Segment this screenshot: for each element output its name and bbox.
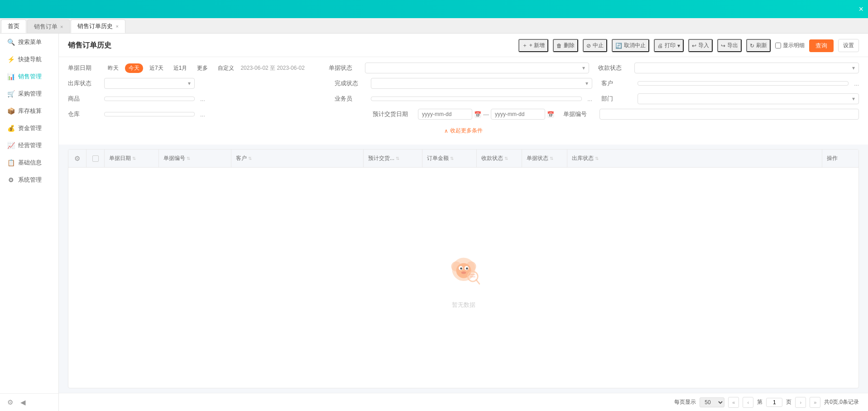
department-content: ▾ [638, 93, 859, 104]
select-all-checkbox[interactable] [92, 155, 99, 162]
th-amount-sort-icon: ⇅ [450, 156, 454, 161]
sidebar-item-basic-info[interactable]: 📋 基础信息 [0, 154, 58, 171]
delivery-date-to-input[interactable] [491, 109, 545, 120]
sidebar-item-sales-label: 销售管理 [18, 73, 42, 81]
th-order-status[interactable]: 单据状态 ⇅ [522, 150, 567, 167]
salesperson-dots[interactable]: ... [587, 96, 592, 102]
page-label-suffix: 页 [786, 398, 791, 406]
customer-label: 客户 [601, 79, 638, 87]
system-icon: ⚙ [7, 176, 14, 184]
th-order-status-label: 单据状态 [527, 155, 548, 162]
sidebar-item-search[interactable]: 🔍 搜索菜单 [0, 34, 58, 51]
th-settings[interactable]: ⚙ [68, 150, 86, 167]
sidebar-item-finance[interactable]: 💰 资金管理 [0, 120, 58, 137]
sidebar-item-purchase[interactable]: 🛒 采购管理 [0, 85, 58, 102]
th-amount[interactable]: 订单金额 ⇅ [422, 150, 477, 167]
tab-sales-history-close[interactable]: × [115, 24, 118, 29]
next-page-button[interactable]: › [795, 397, 806, 408]
customer-dots[interactable]: ... [854, 80, 859, 87]
department-arrow: ▾ [852, 96, 855, 102]
delivery-date-from-input[interactable] [418, 109, 472, 120]
add-button[interactable]: ＋ + 新增 [518, 39, 548, 52]
export-icon: ↪ [721, 43, 725, 49]
customer-input[interactable] [638, 81, 849, 86]
page-header: 销售订单历史 ＋ + 新增 🗑 删除 ⊘ 中止 🔄 [59, 34, 868, 57]
tab-sales-order[interactable]: 销售订单 × [27, 19, 70, 33]
th-delivery-label: 预计交货... [368, 155, 394, 162]
th-number[interactable]: 单据编号 ⇅ [159, 150, 231, 167]
current-page-input[interactable] [766, 398, 782, 407]
date-custom-btn[interactable]: 自定义 [214, 63, 238, 73]
warehouse-input[interactable] [104, 112, 195, 116]
th-customer[interactable]: 客户 ⇅ [231, 150, 364, 167]
stop-button[interactable]: ⊘ 中止 [583, 39, 607, 52]
per-page-select[interactable]: 10 20 50 100 [700, 397, 724, 407]
sidebar: 🔍 搜索菜单 ⚡ 快捷导航 📊 销售管理 🛒 采购管理 📦 库存核算 💰 资金管… [0, 34, 59, 411]
import-button[interactable]: ↩ 导入 [688, 39, 713, 52]
payment-status-dropdown[interactable]: ▾ [634, 63, 859, 73]
refresh-button[interactable]: ↻ 刷新 [746, 39, 771, 52]
complete-status-dropdown[interactable]: ▾ [371, 78, 592, 89]
order-status-dropdown[interactable]: ▾ [365, 63, 590, 73]
th-out-status[interactable]: 出库状态 ⇅ [567, 150, 822, 167]
th-pay-status[interactable]: 收款状态 ⇅ [477, 150, 522, 167]
th-date-label: 单据日期 [109, 155, 131, 162]
print-button[interactable]: 🖨 打印 ▾ [654, 39, 684, 52]
payment-status-select: ▾ [634, 63, 859, 73]
finance-icon: 💰 [7, 125, 14, 132]
warehouse-dots[interactable]: ... [200, 111, 205, 118]
tab-sales-order-close[interactable]: × [60, 24, 63, 29]
th-pay-status-label: 收款状态 [481, 155, 503, 162]
th-date[interactable]: 单据日期 ⇅ [105, 150, 159, 167]
out-status-label: 出库状态 [68, 79, 104, 87]
sidebar-settings-icon[interactable]: ⚙ [7, 398, 13, 406]
th-delivery[interactable]: 预计交货... ⇅ [364, 150, 422, 167]
export-button[interactable]: ↪ 导出 [717, 39, 742, 52]
product-input[interactable] [104, 97, 195, 101]
cancel-stop-icon: 🔄 [615, 43, 622, 49]
first-page-button[interactable]: « [728, 397, 739, 408]
sidebar-item-inventory[interactable]: 📦 库存核算 [0, 102, 58, 120]
department-dropdown[interactable]: ▾ [638, 93, 859, 104]
sidebar-item-system[interactable]: ⚙ 系统管理 [0, 171, 58, 189]
delete-icon: 🗑 [556, 43, 562, 49]
product-dots[interactable]: ... [200, 96, 205, 102]
order-number-input[interactable] [599, 109, 859, 120]
last-page-button[interactable]: » [810, 397, 820, 408]
date-1month-btn[interactable]: 近1月 [170, 63, 191, 73]
payment-status-label: 收款状态 [598, 64, 634, 72]
collapse-button[interactable]: ∧ 收起更多条件 [444, 125, 483, 136]
sidebar-item-operations[interactable]: 📈 经营管理 [0, 137, 58, 154]
complete-status-arrow: ▾ [585, 80, 588, 87]
th-checkbox[interactable] [86, 150, 105, 167]
sidebar-item-sales[interactable]: 📊 销售管理 [0, 68, 58, 85]
delivery-date-group: 📅 — 📅 [418, 109, 554, 120]
total-info: 共0页,0条记录 [824, 398, 859, 406]
close-icon[interactable]: × [858, 5, 863, 14]
prev-page-button[interactable]: ‹ [743, 397, 753, 408]
sidebar-item-quick-nav[interactable]: ⚡ 快捷导航 [0, 51, 58, 68]
svg-point-3 [456, 263, 471, 278]
out-status-dropdown[interactable]: ▾ [104, 78, 195, 89]
inventory-icon: 📦 [7, 107, 14, 115]
sidebar-collapse-icon[interactable]: ◀ [20, 398, 26, 406]
pagination: 每页显示 10 20 50 100 « ‹ 第 页 › » 共0页,0条记录 [59, 393, 868, 411]
query-button[interactable]: 查询 [809, 39, 834, 52]
show-columns-checkbox[interactable] [775, 43, 781, 48]
settings-button[interactable]: 设置 [838, 39, 859, 52]
sidebar-item-basic-info-label: 基础信息 [18, 159, 42, 167]
date-7days-btn[interactable]: 近7天 [146, 63, 167, 73]
tab-sales-history[interactable]: 销售订单历史 × [71, 19, 125, 33]
salesperson-input[interactable] [371, 97, 582, 101]
delete-button[interactable]: 🗑 删除 [553, 39, 578, 52]
complete-status-select: ▾ [371, 78, 592, 89]
date-today-btn[interactable]: 今天 [125, 63, 143, 73]
date-more-btn[interactable]: 更多 [193, 63, 211, 73]
date-range-display: 2023-06-02 至 2023-06-02 [240, 64, 304, 72]
page-label-prefix: 第 [757, 398, 762, 406]
delivery-date-label: 预计交货日期 [373, 110, 418, 118]
tab-home[interactable]: 首页 [1, 19, 26, 33]
column-settings-icon[interactable]: ⚙ [74, 155, 80, 163]
cancel-stop-button[interactable]: 🔄 取消中止 [612, 39, 649, 52]
date-yesterday-btn[interactable]: 昨天 [104, 63, 122, 73]
